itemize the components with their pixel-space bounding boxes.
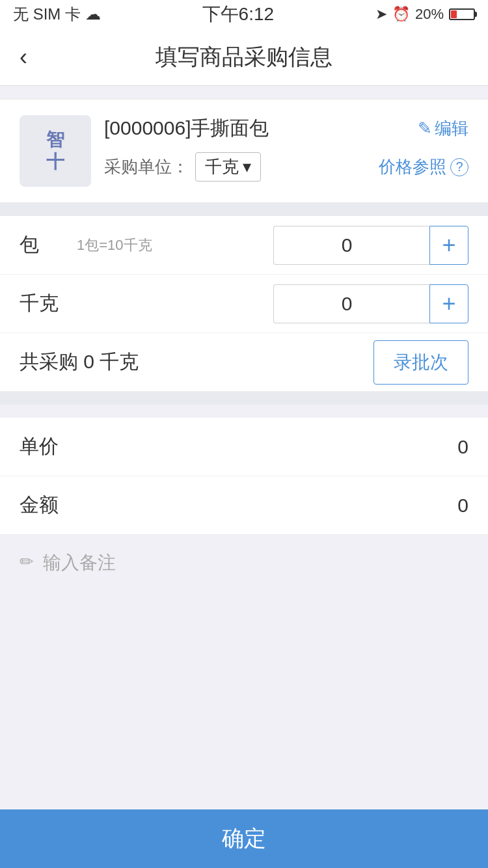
battery-icon <box>449 8 475 20</box>
product-name-row: [0000006]手撕面包 ✎ 编辑 <box>104 115 468 142</box>
amount-row: 金额 0 <box>0 476 488 535</box>
unit-price-row: 单价 0 <box>0 418 488 476</box>
unit-select[interactable]: 千克 ▾ <box>195 152 261 182</box>
amount-value: 0 <box>457 495 468 517</box>
bag-row: 包 1包=10千克 + <box>0 216 488 275</box>
alarm-icon: ⏰ <box>392 6 410 23</box>
content-area <box>0 591 488 773</box>
status-time: 下午6:12 <box>202 2 275 27</box>
bag-plus-button[interactable]: + <box>429 226 468 265</box>
bag-input-wrap: + <box>152 226 468 265</box>
section-divider-2 <box>0 392 488 405</box>
chevron-down-icon: ▾ <box>243 157 251 177</box>
total-value: 0 <box>83 351 94 372</box>
unit-price-label: 单价 <box>20 433 59 460</box>
status-bar: 无 SIM 卡 ☁ 下午6:12 ➤ ⏰ 20% <box>0 0 488 29</box>
back-button[interactable]: ‹ <box>20 37 40 77</box>
product-info: [0000006]手撕面包 ✎ 编辑 采购单位： 千克 ▾ 价格参照 ? <box>104 115 468 182</box>
bag-sub: 1包=10千克 <box>77 236 152 255</box>
kg-label: 千克 <box>20 290 72 317</box>
page-title: 填写商品采购信息 <box>156 42 332 72</box>
product-name: [0000006]手撕面包 <box>104 115 269 142</box>
section-divider-1 <box>0 203 488 216</box>
price-ref-button[interactable]: 价格参照 ? <box>379 156 468 178</box>
record-batch-button[interactable]: 录批次 <box>373 340 468 385</box>
status-left: 无 SIM 卡 ☁ <box>13 4 101 25</box>
unit-label: 采购单位： <box>104 156 189 178</box>
total-text: 共采购 0 千克 <box>20 349 139 375</box>
bag-label: 包 <box>20 232 72 258</box>
total-row: 共采购 0 千克 录批次 <box>0 333 488 392</box>
product-card: 智 十 [0000006]手撕面包 ✎ 编辑 采购单位： 千克 ▾ 价格参照 ? <box>0 99 488 203</box>
kg-plus-button[interactable]: + <box>429 284 468 323</box>
unit-price-value: 0 <box>457 436 468 458</box>
bag-input[interactable] <box>273 226 429 265</box>
kg-input[interactable] <box>273 284 429 323</box>
sim-status: 无 SIM 卡 ☁ <box>13 4 101 25</box>
confirm-button[interactable]: 确定 <box>0 809 488 868</box>
product-logo: 智 十 <box>46 129 64 172</box>
form-section: 包 1包=10千克 + 千克 + <box>0 216 488 333</box>
price-info-section: 单价 0 金额 0 <box>0 418 488 535</box>
edit-button[interactable]: ✎ 编辑 <box>418 117 468 140</box>
product-image: 智 十 <box>20 115 91 187</box>
pencil-icon: ✏ <box>20 552 34 572</box>
edit-icon: ✎ <box>418 118 432 139</box>
battery-percent: 20% <box>415 6 444 23</box>
notes-placeholder: 输入备注 <box>43 550 116 575</box>
purchase-unit-row: 采购单位： 千克 ▾ 价格参照 ? <box>104 152 468 182</box>
status-right: ➤ ⏰ 20% <box>375 6 475 23</box>
kg-row: 千克 + <box>0 275 488 333</box>
nav-bar: ‹ 填写商品采购信息 <box>0 29 488 86</box>
navigation-icon: ➤ <box>375 6 387 23</box>
help-icon: ? <box>450 158 468 176</box>
notes-section[interactable]: ✏ 输入备注 <box>0 535 488 591</box>
amount-label: 金额 <box>20 492 59 519</box>
kg-input-wrap: + <box>72 284 468 323</box>
